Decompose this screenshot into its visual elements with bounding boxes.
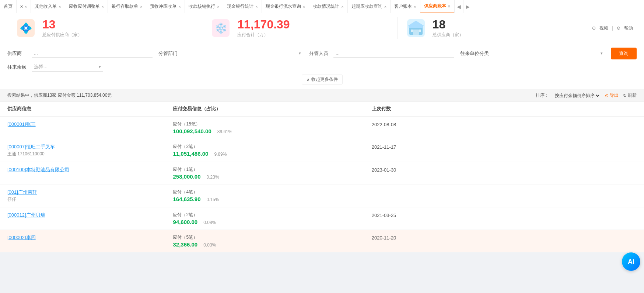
nav-tab-collection-stat[interactable]: 收款情况统计 × xyxy=(309,0,347,13)
supplier-input[interactable] xyxy=(32,49,153,58)
nav-tab-home[interactable]: 首页 xyxy=(0,0,17,13)
nav-right-arrow[interactable]: ▶ xyxy=(463,0,472,13)
filter-area: 供应商 分管部门 ▾ 分管人员 往来单位分类 ▾ 查询 往来余额 选择 xyxy=(0,43,644,89)
supplier-link-4[interactable]: [000012]广州贝瑞 xyxy=(7,212,45,218)
close-icon[interactable]: × xyxy=(414,4,416,9)
cell-lastpay-0: 2022-08-08 xyxy=(372,121,504,127)
tx-amount-2[interactable]: 258,000.00 xyxy=(173,173,200,180)
filter-row-2: 往来余额 选择... ▾ xyxy=(7,62,637,72)
table-body: [000001]张三 应付（15笔） 100,092,540.00 89.61%… xyxy=(0,117,644,252)
video-link[interactable]: 视频 xyxy=(599,25,608,31)
close-icon[interactable]: × xyxy=(448,4,450,8)
close-icon[interactable]: × xyxy=(140,4,142,9)
nav-tab-overdue-ar[interactable]: 超期应收款查询 × xyxy=(348,0,391,13)
header-transaction: 应付交易信息（占比） xyxy=(173,106,371,112)
stat-all-count: 18 xyxy=(433,18,463,31)
nav-left-arrow[interactable]: ◀ xyxy=(454,0,463,13)
payable-supplier-icon: 💠 xyxy=(15,17,37,39)
tx-percent-0: 89.61% xyxy=(217,129,232,134)
cell-supplier-4: [000012]广州贝瑞 xyxy=(7,212,173,218)
cell-lastpay-4: 2021-03-25 xyxy=(372,212,504,218)
supplier-label: 供应商 xyxy=(7,50,29,57)
supplier-link-5[interactable]: [000002]李四 xyxy=(7,235,36,240)
balance-label: 往来余额 xyxy=(7,64,29,70)
nav-tab-other-income[interactable]: 其他收入单 × xyxy=(31,0,65,13)
nav-tab-supplier-ledger[interactable]: 供应商账本 × xyxy=(420,0,454,13)
table-row: [000001]张三 应付（15笔） 100,092,540.00 89.61%… xyxy=(0,117,644,139)
stat-total-label: 应付合计（万） xyxy=(237,32,290,38)
stat-payable-label: 总应付供应商（家） xyxy=(42,32,82,38)
close-icon[interactable]: × xyxy=(25,4,27,9)
nav-tab-cash-bank-stat[interactable]: 现金银行统计 × xyxy=(223,0,262,13)
nav-tab-collect-exec[interactable]: 收款核销执行 × xyxy=(185,0,223,13)
tx-amount-0[interactable]: 100,092,540.00 xyxy=(173,128,211,134)
sort-select[interactable]: 按应付余额倒序排序 xyxy=(553,93,601,99)
collapse-icon: ∧ xyxy=(307,77,310,82)
refresh-button[interactable]: ↻ 刷新 xyxy=(623,92,637,99)
chevron-down-icon: ▾ xyxy=(299,51,301,56)
dept-select[interactable]: ▾ xyxy=(183,50,304,57)
balance-select-text: 选择... xyxy=(34,63,48,70)
category-label: 往来单位分类 xyxy=(460,50,489,57)
svg-text:❄️: ❄️ xyxy=(214,22,227,34)
close-icon[interactable]: × xyxy=(102,4,104,9)
close-icon[interactable]: × xyxy=(217,4,219,9)
collapse-button[interactable]: ∧ 收起更多条件 xyxy=(302,75,343,85)
nav-prepay-label: 预收冲应收单 xyxy=(150,3,176,10)
stats-bar: 💠 13 总应付供应商（家） ❄️ 11,170.39 应付合计（万） xyxy=(0,13,644,43)
tx-row-1: 11,051,486.00 9.89% xyxy=(173,150,371,157)
tx-amount-4[interactable]: 94,600.00 xyxy=(173,219,197,225)
svg-text:💠: 💠 xyxy=(20,22,32,34)
header-supplier: 供应商信息 xyxy=(7,106,173,112)
tx-percent-3: 0.15% xyxy=(207,197,219,202)
cell-transaction-0: 应付（15笔） 100,092,540.00 89.61% xyxy=(173,121,371,134)
refresh-label: 刷新 xyxy=(628,92,637,99)
stat-block-payable-total: ❄️ 11,170.39 应付合计（万） xyxy=(202,17,397,39)
stat-block-all-suppliers: 18 总供应商（家） xyxy=(397,17,592,39)
stat-total-amount: 11,170.39 xyxy=(237,18,290,31)
cell-supplier-0: [000001]张三 xyxy=(7,121,173,128)
close-icon[interactable]: × xyxy=(178,4,181,9)
close-icon[interactable]: × xyxy=(303,4,305,9)
tx-amount-1[interactable]: 11,051,486.00 xyxy=(173,151,208,157)
close-icon[interactable]: × xyxy=(255,4,258,9)
category-select[interactable]: ▾ xyxy=(491,50,605,57)
supplier-link-3[interactable]: [001]广州荣轩 xyxy=(7,189,37,195)
table-header: 供应商信息 应付交易信息（占比） 上次付数 xyxy=(0,102,644,117)
tx-amount-3[interactable]: 164,635.90 xyxy=(173,196,200,202)
stat-info-all-suppliers: 18 总供应商（家） xyxy=(433,18,463,38)
supplier-link-0[interactable]: [000001]张三 xyxy=(7,121,36,127)
stat-all-label: 总供应商（家） xyxy=(433,32,463,38)
nav-tab-prepay[interactable]: 预收冲应收单 × xyxy=(146,0,185,13)
nav-collection-stat-label: 收款情况统计 xyxy=(313,3,339,10)
tx-percent-1: 9.89% xyxy=(214,152,227,157)
person-input[interactable] xyxy=(333,49,454,58)
nav-tab-bank-deposit[interactable]: 银行存取款单 × xyxy=(108,0,146,13)
tx-row-4: 94,600.00 0.08% xyxy=(173,218,371,225)
header-last-payment: 上次付数 xyxy=(372,106,504,112)
tx-row-3: 164,635.90 0.15% xyxy=(173,195,371,202)
cell-supplier-2: [000100]本特勤油品有限公司 xyxy=(7,166,173,173)
help-link[interactable]: 帮助 xyxy=(624,25,633,31)
export-label: 导出 xyxy=(610,92,619,99)
supplier-link-2[interactable]: [000100]本特勤油品有限公司 xyxy=(7,167,69,172)
filter-category: 往来单位分类 ▾ xyxy=(460,50,605,57)
nav-tab-ar-adjust[interactable]: 应收应付调整单 × xyxy=(65,0,108,13)
nav-tab-cash-bank-flow[interactable]: 现金银行流水查询 × xyxy=(262,0,309,13)
export-button[interactable]: ⊙ 导出 xyxy=(605,92,619,99)
close-icon[interactable]: × xyxy=(59,4,61,9)
separator: | xyxy=(612,25,613,31)
query-button[interactable]: 查询 xyxy=(611,48,637,59)
tx-label-3: 应付（4笔） xyxy=(173,189,371,195)
table-row: [000100]本特勤油品有限公司 应付（1笔） 258,000.00 0.23… xyxy=(0,162,644,185)
tx-amount-5[interactable]: 32,366.00 xyxy=(173,241,197,248)
nav-tab-customer-ledger[interactable]: 客户账本 × xyxy=(391,0,420,13)
tx-percent-4: 0.08% xyxy=(203,220,216,225)
close-icon[interactable]: × xyxy=(341,4,343,9)
table-row: [001]广州荣轩 仔仔 应付（4笔） 164,635.90 0.15% xyxy=(0,185,644,207)
close-icon[interactable]: × xyxy=(384,4,386,9)
balance-select[interactable]: 选择... ▾ xyxy=(32,62,103,72)
nav-tab-3[interactable]: 3 × xyxy=(17,0,31,13)
help-icon: ⊙ xyxy=(617,25,620,31)
supplier-link-1[interactable]: [000007]恒旺二手叉车 xyxy=(7,144,55,149)
